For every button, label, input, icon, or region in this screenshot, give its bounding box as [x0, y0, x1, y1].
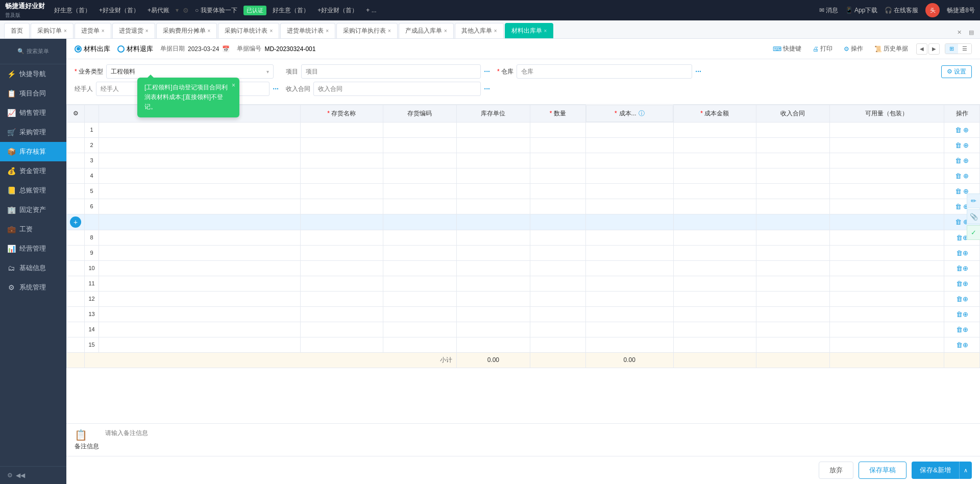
copy-icon[interactable]: ⊕ — [963, 341, 968, 349]
sidebar-item-basic[interactable]: 🗂 基础信息 — [0, 258, 66, 278]
sidebar-item-payroll[interactable]: 💼 工资 — [0, 220, 66, 239]
tab-product-in[interactable]: 产成品入库单 × — [399, 23, 454, 38]
user-avatar[interactable]: 头 — [925, 3, 940, 17]
cell-goods-code[interactable] — [383, 183, 456, 199]
delete-icon[interactable]: 🗑 — [956, 249, 963, 257]
cell-goods-code[interactable] — [383, 122, 456, 137]
cell-goods-name[interactable] — [300, 199, 383, 214]
cell-goods-code[interactable] — [383, 199, 456, 214]
cell-qty[interactable] — [530, 122, 585, 137]
delete-icon[interactable]: 🗑 — [956, 326, 963, 333]
tab-purchase-stat[interactable]: 采购订单统计表 × — [218, 23, 279, 38]
nav-more[interactable]: + ... — [364, 7, 378, 14]
cell-income-contract[interactable] — [756, 168, 829, 183]
form-settings-btn[interactable]: ⚙ 设置 — [941, 65, 972, 78]
nav-prev[interactable]: ◀ — [916, 43, 927, 55]
cell-cost-amount-active[interactable] — [673, 214, 756, 230]
delete-icon[interactable]: 🗑 — [955, 157, 962, 164]
right-tool-check[interactable]: ✓ — [967, 225, 980, 240]
discard-button[interactable]: 放弃 — [819, 462, 853, 479]
cell-project[interactable] — [99, 122, 301, 137]
cell-goods-name-active[interactable] — [300, 214, 383, 230]
tab-close-purchase-exec[interactable]: × — [388, 28, 391, 34]
delete-icon[interactable]: 🗑 — [956, 341, 963, 349]
delete-icon[interactable]: 🗑 — [956, 234, 963, 241]
nav-yidaizhang[interactable]: +易代账 — [145, 6, 172, 15]
handler-lookup-btn[interactable]: ··· — [273, 85, 279, 93]
cell-qty[interactable] — [530, 137, 585, 153]
history-btn[interactable]: 📜 历史单据 — [871, 43, 911, 55]
cell-cost-amount[interactable] — [673, 183, 756, 199]
cell-cost-amount[interactable] — [673, 168, 756, 183]
cell-income-contract[interactable] — [756, 199, 829, 214]
sidebar-item-purchase[interactable]: 🛒 采购管理 — [0, 123, 66, 142]
cell-stock-unit[interactable] — [456, 168, 530, 183]
warehouse-input[interactable] — [517, 64, 692, 79]
nav-experience[interactable]: ○ 我要体验一下 — [193, 6, 239, 15]
sidebar-item-system[interactable]: ⚙ 系统管理 — [0, 278, 66, 297]
cell-project[interactable] — [99, 153, 301, 168]
view-list[interactable]: ☰ — [958, 44, 971, 54]
cell-cost-price[interactable] — [585, 168, 673, 183]
message-link[interactable]: ✉ 消息 — [819, 6, 838, 15]
nav-haoyecai2[interactable]: +好业财（首） — [315, 6, 360, 15]
tab-purchase-order[interactable]: 采购订单 × — [31, 23, 74, 38]
calendar-icon[interactable]: 📅 — [222, 45, 230, 53]
view-table[interactable]: ⊞ — [945, 44, 958, 54]
cell-goods-name[interactable] — [300, 122, 383, 137]
row-input[interactable] — [85, 215, 99, 229]
sidebar-item-operations[interactable]: 📊 经营管理 — [0, 239, 66, 258]
tab-list[interactable]: ▤ — [967, 28, 976, 37]
cell-income-contract[interactable] — [756, 183, 829, 199]
right-tool-attach[interactable]: 📎 — [967, 209, 980, 224]
app-download-link[interactable]: 📱 App下载 — [845, 6, 877, 15]
tab-close-purchase-stat[interactable]: × — [270, 28, 273, 34]
copy-icon[interactable]: ⊕ — [963, 326, 968, 333]
cell-cost-price[interactable] — [585, 137, 673, 153]
cell-income-contract[interactable] — [756, 137, 829, 153]
cell-qty[interactable] — [530, 153, 585, 168]
sidebar-item-inventory[interactable]: 📦 库存核算 — [0, 142, 66, 161]
delete-icon[interactable]: 🗑 — [955, 141, 962, 149]
cell-stock-unit[interactable] — [456, 122, 530, 137]
project-lookup-btn[interactable]: ··· — [484, 67, 490, 76]
delete-icon[interactable]: 🗑 — [956, 264, 963, 272]
nav-next[interactable]: ▶ — [928, 43, 940, 55]
cell-qty[interactable] — [530, 199, 585, 214]
cell-goods-name[interactable] — [300, 168, 383, 183]
cell-available-qty[interactable] — [829, 137, 944, 153]
delete-icon[interactable]: 🗑 — [956, 310, 963, 318]
cell-project[interactable] — [99, 168, 301, 183]
copy-icon[interactable]: ⊕ — [963, 126, 969, 134]
cell-available-qty[interactable] — [829, 199, 944, 214]
nav-dropdown-arrow[interactable]: ▾ — [176, 7, 179, 14]
cell-cost-price-active[interactable] — [585, 214, 673, 230]
cell-cost-amount[interactable] — [673, 137, 756, 153]
tab-close-product-in[interactable]: × — [444, 28, 447, 34]
cell-qty[interactable] — [530, 168, 585, 183]
nav-certified[interactable]: 已认证 — [243, 6, 266, 15]
cell-stock-unit[interactable] — [456, 183, 530, 199]
copy-icon[interactable]: ⊕ — [963, 141, 969, 149]
tab-close-purchase-cost[interactable]: × — [208, 28, 211, 34]
tooltip-close-btn[interactable]: × — [232, 81, 235, 90]
note-input[interactable] — [105, 429, 972, 449]
delete-icon[interactable]: 🗑 — [955, 203, 962, 210]
print-btn[interactable]: 🖨 打印 — [810, 43, 836, 55]
operation-btn[interactable]: ⚙ 操作 — [841, 43, 866, 55]
tab-close-material-out[interactable]: × — [544, 28, 547, 34]
delete-icon[interactable]: 🗑 — [956, 295, 963, 303]
cell-income-contract[interactable] — [756, 122, 829, 137]
cell-stock-unit[interactable] — [456, 153, 530, 168]
save-draft-button[interactable]: 保存草稿 — [859, 462, 906, 479]
cell-stock-unit-active[interactable] — [456, 214, 530, 230]
delete-icon[interactable]: 🗑 — [955, 172, 962, 180]
shortcut-btn[interactable]: ⌨ 快捷键 — [770, 43, 804, 55]
cell-available-qty-active[interactable] — [829, 214, 944, 230]
save-new-dropdown-btn[interactable]: ∧ — [960, 462, 972, 479]
cell-goods-name[interactable] — [300, 153, 383, 168]
tab-close-in-stat[interactable]: × — [326, 28, 329, 34]
cell-goods-name[interactable] — [300, 183, 383, 199]
tab-purchase-cost[interactable]: 采购费用分摊单 × — [156, 23, 217, 38]
radio-material-out[interactable]: 材料出库 — [75, 44, 110, 54]
